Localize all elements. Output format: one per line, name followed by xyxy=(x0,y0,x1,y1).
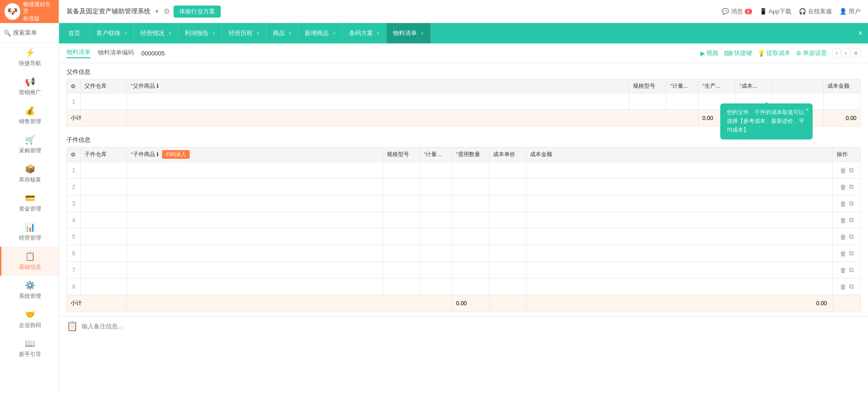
child-qty-input-7[interactable] xyxy=(452,262,489,278)
sidebar-item-inventory[interactable]: 📦 库存核算 xyxy=(0,159,59,188)
child-goods-input-8[interactable] xyxy=(127,278,383,295)
parent-unit-input-1[interactable] xyxy=(666,93,698,109)
child-spec-5[interactable] xyxy=(383,229,420,245)
child-goods-2[interactable] xyxy=(127,179,383,195)
child-unit-6[interactable] xyxy=(420,245,452,262)
child-unit-input-5[interactable] xyxy=(420,229,452,245)
child-unit-input-6[interactable] xyxy=(420,245,452,261)
child-warehouse-input-5[interactable] xyxy=(81,229,127,245)
child-unit-cost-2[interactable] xyxy=(489,179,526,195)
child-goods-input-2[interactable] xyxy=(127,179,383,195)
user-btn[interactable]: 👤 用户 xyxy=(839,7,861,16)
child-spec-6[interactable] xyxy=(383,245,420,262)
child-unit-input-2[interactable] xyxy=(420,179,452,195)
note-input[interactable] xyxy=(82,323,861,330)
parent-spec-1[interactable] xyxy=(629,93,666,110)
child-qty-input-6[interactable] xyxy=(452,245,489,261)
parent-unit-1[interactable] xyxy=(666,93,699,110)
tooltip-close-btn[interactable]: × xyxy=(805,105,809,115)
copy-icon-8[interactable]: ⧉ xyxy=(849,283,854,290)
child-goods-input-7[interactable] xyxy=(127,262,383,278)
sidebar-item-basic-info[interactable]: 📋 基础信息 xyxy=(0,247,59,276)
search-menu-btn[interactable]: 🔍 搜索菜单 xyxy=(4,27,55,39)
child-warehouse-2[interactable] xyxy=(81,179,127,195)
tab-barcode[interactable]: 条码方案 × xyxy=(343,23,386,43)
child-unit-cost-input-7[interactable] xyxy=(489,262,526,278)
child-unit-input-1[interactable] xyxy=(420,162,452,178)
child-goods-4[interactable] xyxy=(127,212,383,229)
video-btn[interactable]: ▶ 视频 xyxy=(700,49,718,57)
tab-profit[interactable]: 利润报告 × xyxy=(178,23,222,43)
parent-goods-input-1[interactable] xyxy=(127,93,629,109)
child-warehouse-3[interactable] xyxy=(81,195,127,212)
child-spec-3[interactable] xyxy=(383,195,420,212)
child-spec-8[interactable] xyxy=(383,278,420,295)
child-spec-input-5[interactable] xyxy=(383,229,420,245)
tab-goods[interactable]: 商品 × xyxy=(266,23,298,43)
child-unit-input-8[interactable] xyxy=(420,278,452,295)
child-warehouse-input-8[interactable] xyxy=(81,278,127,295)
child-goods-3[interactable] xyxy=(127,195,383,212)
child-unit-cost-1[interactable] xyxy=(489,162,526,179)
child-qty-7[interactable] xyxy=(452,262,489,278)
tab-operations[interactable]: 经营情况 × xyxy=(134,23,178,43)
child-warehouse-input-7[interactable] xyxy=(81,262,127,278)
child-warehouse-input-3[interactable] xyxy=(81,195,127,212)
parent-spec-input-1[interactable] xyxy=(629,93,666,109)
doc-settings-btn[interactable]: ⚙ 单据设置 xyxy=(796,49,827,57)
copy-icon-1[interactable]: ⧉ xyxy=(849,166,854,174)
child-unit-1[interactable] xyxy=(420,162,452,179)
tab-home[interactable]: 首页 xyxy=(59,23,90,43)
close-all-tabs-btn[interactable]: × xyxy=(853,29,868,37)
child-spec-7[interactable] xyxy=(383,262,420,278)
parent-warehouse-1[interactable] xyxy=(81,93,127,110)
tab-barcode-close[interactable]: × xyxy=(377,30,380,36)
sidebar-item-operations[interactable]: 📊 经营管理 xyxy=(0,218,59,247)
child-qty-input-1[interactable] xyxy=(452,162,489,178)
child-warehouse-input-1[interactable] xyxy=(81,162,127,178)
child-qty-input-8[interactable] xyxy=(452,278,489,295)
child-unit-cost-5[interactable] xyxy=(489,229,526,245)
parent-goods-1[interactable] xyxy=(127,93,629,110)
extract-cost-btn[interactable]: 💡 提取成本 xyxy=(758,49,790,57)
parent-col-settings[interactable]: ⚙ xyxy=(67,79,81,93)
child-spec-1[interactable] xyxy=(383,162,420,179)
child-qty-8[interactable] xyxy=(452,278,489,295)
delete-icon-2[interactable]: 🗑 xyxy=(840,183,846,191)
child-qty-6[interactable] xyxy=(452,245,489,262)
child-warehouse-4[interactable] xyxy=(81,212,127,229)
child-warehouse-input-4[interactable] xyxy=(81,212,127,228)
child-spec-input-4[interactable] xyxy=(383,212,420,228)
child-unit-cost-3[interactable] xyxy=(489,195,526,212)
tab-history[interactable]: 经营历程 × xyxy=(222,23,266,43)
child-unit-cost-7[interactable] xyxy=(489,262,526,278)
child-qty-1[interactable] xyxy=(452,162,489,179)
child-spec-input-8[interactable] xyxy=(383,278,420,295)
child-unit-cost-input-1[interactable] xyxy=(489,162,526,178)
sidebar-item-system[interactable]: ⚙️ 系统管理 xyxy=(0,276,59,305)
child-spec-4[interactable] xyxy=(383,212,420,229)
child-qty-2[interactable] xyxy=(452,179,489,195)
child-goods-input-1[interactable] xyxy=(127,162,383,178)
tab-customer[interactable]: 客户联络 × xyxy=(90,23,134,43)
child-warehouse-8[interactable] xyxy=(81,278,127,295)
tab-new-goods[interactable]: 新增商品 × xyxy=(298,23,342,43)
child-unit-4[interactable] xyxy=(420,212,452,229)
child-unit-cost-4[interactable] xyxy=(489,212,526,229)
sidebar-item-sales[interactable]: 💰 销售管理 xyxy=(0,101,59,130)
copy-icon-6[interactable]: ⧉ xyxy=(849,249,854,257)
child-warehouse-1[interactable] xyxy=(81,162,127,179)
child-unit-cost-input-5[interactable] xyxy=(489,229,526,245)
child-unit-input-4[interactable] xyxy=(420,212,452,228)
tab-bom[interactable]: 物料清单 × xyxy=(386,23,430,43)
child-unit-cost-input-3[interactable] xyxy=(489,195,526,212)
child-warehouse-5[interactable] xyxy=(81,229,127,245)
child-goods-6[interactable] xyxy=(127,245,383,262)
child-spec-input-7[interactable] xyxy=(383,262,420,278)
copy-icon-3[interactable]: ⧉ xyxy=(849,200,854,207)
child-goods-7[interactable] xyxy=(127,262,383,278)
child-qty-input-4[interactable] xyxy=(452,212,489,228)
child-col-settings[interactable]: ⚙ xyxy=(67,147,81,162)
child-unit-5[interactable] xyxy=(420,229,452,245)
child-unit-cost-8[interactable] xyxy=(489,278,526,295)
